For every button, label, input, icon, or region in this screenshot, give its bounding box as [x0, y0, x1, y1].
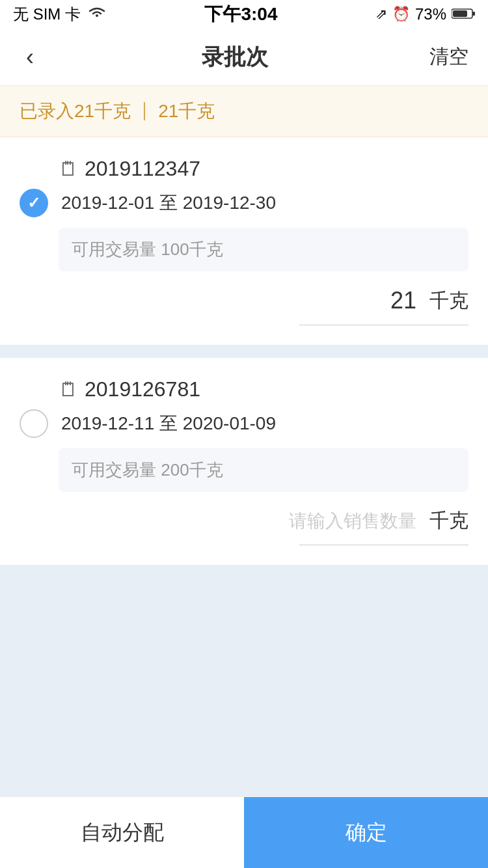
recorded-label: 已录入21千克 [20, 99, 131, 124]
confirm-button[interactable]: 确定 [244, 797, 488, 868]
batch1-quantity-unit: 千克 [429, 288, 468, 314]
batch2-id-row: 🗒 2019126781 [20, 377, 468, 401]
status-bar: 无 SIM 卡 下午3:04 ⇗ ⏰ 73% [0, 0, 488, 29]
batch1-availability: 可用交易量 100千克 [59, 228, 468, 271]
batch2-quantity-underline [299, 545, 468, 545]
batch1-date: 2019-12-01 至 2019-12-30 [61, 191, 276, 215]
batch1-id: 2019112347 [85, 157, 200, 181]
svg-rect-2 [453, 10, 467, 17]
back-button[interactable]: ‹ [20, 37, 40, 77]
battery-text: 73% [415, 5, 446, 23]
alarm-icon: ⏰ [392, 6, 410, 23]
location-icon: ⇗ [375, 6, 387, 23]
status-time: 下午3:04 [204, 2, 277, 27]
clear-button[interactable]: 清空 [429, 44, 468, 70]
batch2-quantity-placeholder: 请输入销售数量 [289, 509, 416, 534]
batch1-header: 🗒 2019112347 2019-12-01 至 2019-12-30 可用交… [0, 137, 488, 271]
batch1-quantity-section: 21 千克 [0, 271, 488, 345]
batch2-availability: 可用交易量 200千克 [59, 448, 468, 492]
summary-bar: 已录入21千克 21千克 [0, 86, 488, 137]
batch2-id: 2019126781 [85, 377, 200, 401]
batch1-avail-text: 可用交易量 100千克 [72, 239, 223, 259]
batch1-doc-icon: 🗒 [59, 158, 78, 180]
batch2-avail-text: 可用交易量 200千克 [72, 460, 223, 480]
batch-separator-2 [0, 565, 488, 578]
batch2-quantity-unit: 千克 [429, 508, 468, 534]
batch1-id-row: 🗒 2019112347 [20, 157, 468, 181]
batch2-date: 2019-12-11 至 2020-01-09 [61, 411, 276, 436]
batch2-radio[interactable] [20, 409, 48, 438]
svg-rect-1 [472, 12, 475, 16]
batch1-date-row[interactable]: 2019-12-01 至 2019-12-30 [20, 189, 468, 217]
battery-icon [452, 5, 475, 23]
batch2-header: 🗒 2019126781 2019-12-11 至 2020-01-09 可用交… [0, 358, 488, 492]
batch1-radio[interactable] [20, 189, 48, 217]
status-left: 无 SIM 卡 [13, 4, 107, 25]
batch1-quantity-underline [299, 325, 468, 325]
total-label: 21千克 [158, 99, 215, 124]
batch-item-2: 🗒 2019126781 2019-12-11 至 2020-01-09 可用交… [0, 358, 488, 565]
status-right: ⇗ ⏰ 73% [375, 5, 475, 23]
batch-separator-1 [0, 345, 488, 358]
summary-divider [144, 102, 145, 120]
batch1-quantity-value: 21 [390, 287, 416, 314]
batch2-quantity-section[interactable]: 请输入销售数量 千克 [0, 492, 488, 565]
carrier-text: 无 SIM 卡 [13, 4, 81, 25]
wifi-icon [87, 5, 107, 23]
nav-bar: ‹ 录批次 清空 [0, 29, 488, 86]
batch2-date-row[interactable]: 2019-12-11 至 2020-01-09 [20, 409, 468, 438]
page-title: 录批次 [202, 42, 268, 72]
auto-distribute-button[interactable]: 自动分配 [0, 797, 244, 868]
bottom-bar: 自动分配 确定 [0, 796, 488, 868]
batch2-doc-icon: 🗒 [59, 379, 78, 401]
batch-item-1: 🗒 2019112347 2019-12-01 至 2019-12-30 可用交… [0, 137, 488, 345]
